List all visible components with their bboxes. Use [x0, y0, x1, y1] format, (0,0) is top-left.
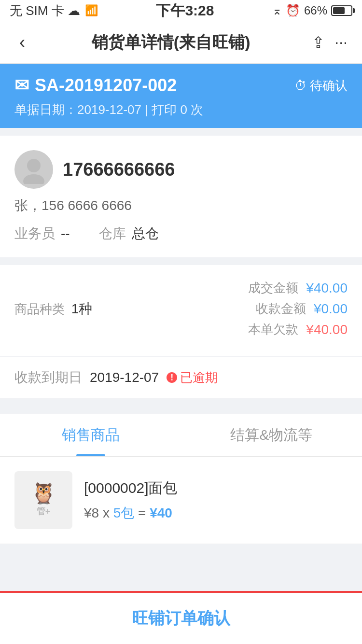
svg-point-0: [27, 159, 41, 172]
received-item: 收款金额 ¥0.00: [256, 300, 348, 317]
location-icon: ⌅: [272, 4, 282, 17]
price-total: ¥40: [150, 505, 172, 520]
summary-card: 商品种类 1种 成交金额 ¥40.00 收款金额 ¥0.00 本单欠款 ¥40.…: [0, 265, 362, 356]
product-type-value: 1种: [71, 301, 93, 316]
customer-name: 张，156 6666 6666: [14, 196, 348, 215]
sim-label: 无 SIM 卡 ☁: [10, 2, 80, 19]
header-top: ✉ SA-20191207-002 ⏱ 待确认: [14, 75, 348, 96]
wifi-icon: 📶: [85, 4, 98, 17]
order-id-value: SA-20191207-002: [35, 75, 177, 96]
tab-settlement-label: 结算&物流等: [230, 425, 312, 445]
back-button[interactable]: ‹: [14, 28, 30, 57]
bottom-bar: 旺铺订单确认: [0, 591, 362, 644]
order-date: 单据日期：2019-12-07 | 打印 0 次: [14, 101, 348, 118]
status-time: 下午3:28: [156, 1, 214, 21]
salesperson-label: 业务员: [14, 224, 55, 243]
tab-sales-label: 销售商品: [62, 425, 120, 445]
confirm-order-button[interactable]: 旺铺订单确认: [14, 599, 348, 638]
status-right: ⌅ ⏰ 66%: [272, 4, 352, 17]
order-icon: ✉: [14, 75, 29, 96]
divider-2: [0, 398, 362, 406]
debt-value: ¥40.00: [306, 322, 348, 337]
customer-header: 17666666666: [14, 150, 348, 189]
product-owl-icon: 🦉: [31, 483, 56, 504]
divider-1: [0, 257, 362, 265]
amount-label: 成交金额: [248, 280, 298, 296]
received-label: 收款金额: [256, 300, 306, 317]
status-bar: 无 SIM 卡 ☁ 📶 下午3:28 ⌅ ⏰ 66%: [0, 0, 362, 21]
battery-icon: [331, 5, 352, 16]
tabs: 销售商品 结算&物流等: [0, 414, 362, 457]
price-base: ¥8 x: [84, 505, 113, 520]
amount-value: ¥40.00: [306, 280, 348, 296]
product-list: 🦉 管+ [0000002]面包 ¥8 x 5包 = ¥40: [0, 457, 362, 544]
product-info: [0000002]面包 ¥8 x 5包 = ¥40: [84, 478, 348, 522]
svg-point-1: [23, 174, 44, 184]
more-button[interactable]: ···: [334, 33, 348, 51]
product-thumbnail: 🦉 管+: [14, 471, 72, 529]
amount-item: 成交金额 ¥40.00: [248, 280, 348, 296]
tab-active-indicator: [76, 454, 105, 456]
warehouse-item: 仓库 总仓: [99, 224, 159, 243]
product-type-label: 商品种类: [14, 302, 65, 316]
overdue-text: 已逾期: [180, 369, 218, 386]
avatar: [14, 150, 53, 189]
tab-sales-products[interactable]: 销售商品: [0, 414, 181, 456]
summary-left: 商品种类 1种: [14, 300, 248, 318]
status-left: 无 SIM 卡 ☁ 📶: [10, 2, 98, 19]
table-row: 🦉 管+ [0000002]面包 ¥8 x 5包 = ¥40: [0, 457, 362, 544]
due-date-card: 收款到期日 2019-12-07 ! 已逾期: [0, 357, 362, 398]
header-card: ✉ SA-20191207-002 ⏱ 待确认 单据日期：2019-12-07 …: [0, 64, 362, 128]
alarm-icon: ⏰: [286, 4, 300, 17]
order-id: ✉ SA-20191207-002: [14, 75, 177, 96]
product-name: [0000002]面包: [84, 478, 348, 498]
summary-right: 成交金额 ¥40.00 收款金额 ¥0.00 本单欠款 ¥40.00: [248, 280, 348, 338]
warehouse-value: 总仓: [132, 224, 159, 243]
nav-actions: ⇪ ···: [312, 33, 348, 52]
order-status: ⏱ 待确认: [294, 77, 348, 94]
overdue-icon: !: [167, 372, 177, 383]
received-value: ¥0.00: [314, 301, 348, 317]
due-label: 收款到期日: [14, 368, 82, 387]
due-value: 2019-12-07: [90, 370, 159, 385]
product-price: ¥8 x 5包 = ¥40: [84, 504, 348, 522]
nav-bar: ‹ 销货单详情(来自旺铺) ⇪ ···: [0, 21, 362, 64]
tab-settlement[interactable]: 结算&物流等: [181, 414, 362, 456]
battery-percent: 66%: [304, 4, 327, 17]
product-plus-icon: 管+: [37, 505, 51, 517]
salesperson-item: 业务员 --: [14, 224, 70, 243]
clock-icon: ⏱: [294, 78, 307, 93]
debt-label: 本单欠款: [248, 321, 298, 338]
debt-item: 本单欠款 ¥40.00: [248, 321, 348, 338]
share-button[interactable]: ⇪: [312, 33, 325, 52]
price-quantity: 5包: [113, 505, 135, 520]
price-equals: =: [134, 505, 150, 520]
customer-phone: 17666666666: [63, 159, 175, 180]
overdue-badge: ! 已逾期: [167, 369, 218, 386]
customer-card: 17666666666 张，156 6666 6666 业务员 -- 仓库 总仓: [0, 136, 362, 257]
customer-meta: 业务员 -- 仓库 总仓: [14, 224, 348, 243]
status-label: 待确认: [310, 77, 348, 94]
summary-row: 商品种类 1种 成交金额 ¥40.00 收款金额 ¥0.00 本单欠款 ¥40.…: [14, 280, 348, 338]
page-title: 销货单详情(来自旺铺): [92, 31, 251, 54]
warehouse-label: 仓库: [99, 224, 126, 243]
salesperson-value: --: [61, 226, 70, 241]
